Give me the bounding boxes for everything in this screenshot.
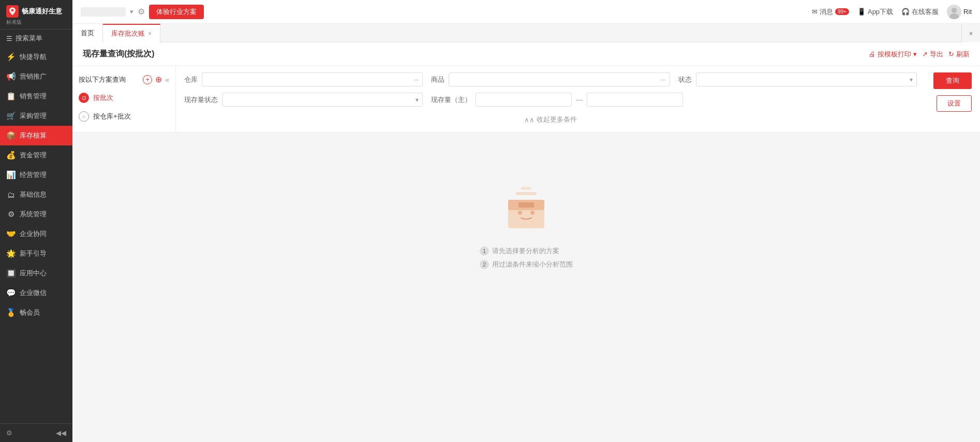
product-input-wrap: ··· <box>449 72 670 86</box>
scheme-item-batch[interactable]: ⊙ 按批次 <box>72 89 175 107</box>
status-label: 状态 <box>678 75 692 84</box>
sidebar-item-purchase[interactable]: 🛒 采购管理 <box>0 106 72 126</box>
product-input[interactable] <box>449 72 670 86</box>
close-all-icon: × <box>969 30 973 37</box>
svg-rect-10 <box>521 187 531 190</box>
refresh-icon: ↻ <box>948 50 954 58</box>
sidebar-item-label: 基础信息 <box>20 190 47 199</box>
tab-home[interactable]: 首页 <box>72 24 103 42</box>
filter-product: 商品 ··· <box>431 72 670 86</box>
sidebar-item-apps[interactable]: 🔲 应用中心 <box>0 263 72 283</box>
refresh-btn[interactable]: ↻ 刷新 <box>948 50 970 59</box>
tab-batch-account-label: 库存批次账 <box>111 29 145 38</box>
breadcrumb <box>81 7 126 17</box>
app-logo: 畅康通好生意 <box>6 5 66 18</box>
empty-tips: 1 请先选择要分析的方案 2 用过滤条件来缩小分析范围 <box>480 246 573 269</box>
app-download-action[interactable]: 📱 App下载 <box>857 7 893 17</box>
operations-icon: 📊 <box>6 170 16 180</box>
add-scheme-icon[interactable]: + <box>143 75 152 84</box>
sidebar-footer: ⚙ ◀◀ <box>0 423 72 442</box>
sidebar-item-finance[interactable]: 💰 资金管理 <box>0 145 72 165</box>
tab-batch-account[interactable]: 库存批次账 × <box>103 24 160 42</box>
sidebar-item-label: 库存核算 <box>20 131 47 140</box>
settings-btn[interactable]: 设置 <box>937 95 972 112</box>
filter-row-1: 仓库 ··· 商品 ··· 状态 <box>184 72 917 86</box>
sidebar-item-quick-nav[interactable]: ⚡ 快捷导航 <box>0 47 72 67</box>
stock-status-select[interactable]: 全部 有库存 零库存 <box>222 93 423 107</box>
sidebar-item-label: 畅会员 <box>20 308 40 317</box>
online-support-action[interactable]: 🎧 在线客服 <box>901 7 939 17</box>
close-all-tabs-btn[interactable]: × <box>961 24 980 42</box>
sidebar-item-inventory[interactable]: 📦 库存核算 <box>0 126 72 145</box>
warehouse-label: 仓库 <box>184 75 198 84</box>
page-actions: 🖨 按模板打印 ▾ ↗ 导出 ↻ 刷新 <box>869 50 970 59</box>
product-more-btn[interactable]: ··· <box>661 76 666 83</box>
sidebar-item-label: 营销推广 <box>20 72 47 81</box>
sidebar-item-label: 快捷导航 <box>20 52 47 62</box>
qty-dash: — <box>576 96 583 104</box>
scheme-collapse-icon[interactable]: « <box>165 76 169 84</box>
empty-tip-1: 1 请先选择要分析的方案 <box>480 246 573 256</box>
scheme-warehouse-batch-label: 按仓库+批次 <box>93 112 131 121</box>
dropdown-arrow-icon[interactable]: ▾ <box>130 8 133 16</box>
stock-qty-label: 现存量（主） <box>431 95 471 105</box>
warehouse-input[interactable] <box>202 72 423 86</box>
user-action[interactable]: Rit <box>947 5 972 19</box>
export-btn[interactable]: ↗ 导出 <box>922 50 943 59</box>
app-edition: 标准版 <box>6 19 66 26</box>
scheme-item-warehouse-batch[interactable]: ○ 按仓库+批次 <box>72 107 175 126</box>
print-btn[interactable]: 🖨 按模板打印 ▾ <box>869 50 917 59</box>
empty-state: 1 请先选择要分析的方案 2 用过滤条件来缩小分析范围 <box>72 132 980 311</box>
experience-btn[interactable]: 体验行业方案 <box>149 5 204 19</box>
sidebar-item-basic[interactable]: 🗂 基础信息 <box>0 185 72 204</box>
message-action[interactable]: ✉ 消息 99+ <box>812 7 849 17</box>
sidebar-item-guide[interactable]: 🌟 新手引导 <box>0 244 72 263</box>
sidebar-item-operations[interactable]: 📊 经营管理 <box>0 165 72 185</box>
sidebar-item-label: 企业协同 <box>20 229 47 239</box>
footer-settings-icon[interactable]: ⚙ <box>6 429 12 437</box>
online-support-label: 在线客服 <box>912 7 939 17</box>
tab-home-label: 首页 <box>81 28 94 38</box>
app-name: 畅康通好生意 <box>22 7 62 16</box>
tip-2-number: 2 <box>480 260 489 269</box>
stock-qty-from-input[interactable] <box>476 93 572 107</box>
finance-icon: 💰 <box>6 151 16 160</box>
tip-1-text: 请先选择要分析的方案 <box>492 246 559 256</box>
sidebar-nav: ⚡ 快捷导航 📢 营销推广 📋 销售管理 🛒 采购管理 📦 库存核算 💰 资金管… <box>0 47 72 423</box>
sidebar-item-label: 应用中心 <box>20 269 47 278</box>
sidebar-item-system[interactable]: ⚙ 系统管理 <box>0 204 72 224</box>
status-select[interactable]: 全部 正常 禁用 <box>696 72 917 86</box>
content-area: 现存量查询(按批次) 🖨 按模板打印 ▾ ↗ 导出 ↻ 刷新 <box>72 42 980 442</box>
avatar <box>947 5 961 19</box>
query-btn[interactable]: 查询 <box>933 72 972 89</box>
sidebar-item-label: 销售管理 <box>20 92 47 101</box>
warehouse-more-btn[interactable]: ··· <box>413 76 419 83</box>
search-menu[interactable]: ☰ 搜索菜单 <box>0 30 72 47</box>
filter-scheme-label: 按以下方案查询 <box>79 75 126 84</box>
svg-point-0 <box>11 9 14 12</box>
stock-status-select-wrap: 全部 有库存 零库存 ▾ <box>222 93 423 107</box>
logo-icon <box>6 5 19 18</box>
tab-close-icon[interactable]: × <box>148 30 152 37</box>
marketing-icon: 📢 <box>6 72 16 81</box>
purchase-icon: 🛒 <box>6 111 16 121</box>
sidebar-item-label: 经营管理 <box>20 170 47 180</box>
print-icon: 🖨 <box>869 50 875 58</box>
stock-qty-to-input[interactable] <box>587 93 683 107</box>
scheme-settings-icon[interactable]: ⊕ <box>155 75 162 84</box>
tip-1-number: 1 <box>480 246 489 256</box>
filter-form: 仓库 ··· 商品 ··· 状态 <box>176 66 925 132</box>
sidebar-header: 畅康通好生意 标准版 <box>0 0 72 30</box>
gear-icon[interactable]: ⚙ <box>138 7 145 17</box>
sidebar-item-enterprise[interactable]: 🤝 企业协同 <box>0 224 72 244</box>
sidebar-item-wechat[interactable]: 💬 企业微信 <box>0 283 72 303</box>
footer-collapse-icon[interactable]: ◀◀ <box>56 429 66 437</box>
refresh-label: 刷新 <box>956 50 970 59</box>
sidebar-item-marketing[interactable]: 📢 营销推广 <box>0 67 72 86</box>
sidebar-item-member[interactable]: 🏅 畅会员 <box>0 303 72 322</box>
apps-icon: 🔲 <box>6 269 16 278</box>
sidebar-item-sales[interactable]: 📋 销售管理 <box>0 86 72 106</box>
filter-stock-status: 现存量状态 全部 有库存 零库存 ▾ <box>184 93 423 107</box>
print-dropdown-icon[interactable]: ▾ <box>913 50 917 58</box>
collapse-more-btn[interactable]: ∧∧ 收起更多条件 <box>184 113 917 126</box>
